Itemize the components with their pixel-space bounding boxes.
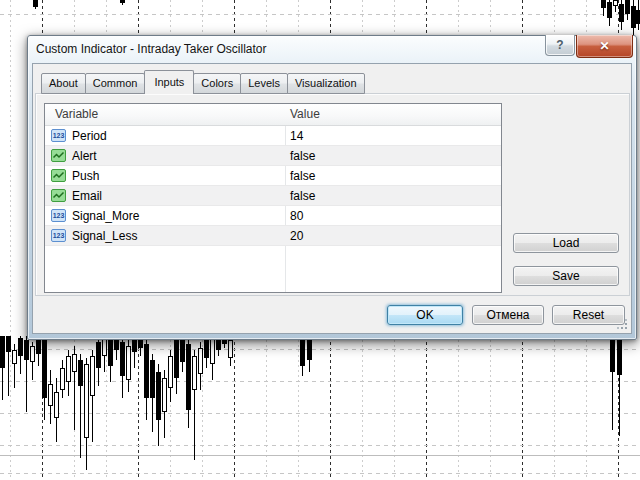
boolean-parameter-icon — [51, 169, 66, 182]
parameter-value[interactable]: 20 — [290, 226, 303, 246]
cancel-button[interactable]: Отмена — [472, 305, 544, 325]
reset-button[interactable]: Reset — [552, 305, 625, 325]
tab-levels[interactable]: Levels — [240, 73, 288, 94]
row-push[interactable]: Pushfalse — [45, 166, 501, 186]
parameter-name: Period — [72, 126, 107, 146]
help-button[interactable]: ? — [545, 35, 575, 56]
inputs-table: Variable Value 123Period14AlertfalsePush… — [44, 103, 502, 293]
tab-common[interactable]: Common — [85, 73, 146, 94]
row-email[interactable]: Emailfalse — [45, 186, 501, 206]
load-button[interactable]: Load — [513, 233, 619, 253]
boolean-parameter-icon — [51, 189, 66, 202]
gridline-horizontal — [0, 381, 640, 382]
row-period[interactable]: 123Period14 — [45, 126, 501, 146]
close-icon[interactable]: ✕ — [576, 35, 633, 58]
parameter-name: Alert — [72, 146, 97, 166]
integer-parameter-icon: 123 — [51, 209, 66, 222]
dialog-client-area: AboutCommonInputsColorsLevelsVisualizati… — [32, 63, 632, 334]
resize-grip[interactable] — [625, 327, 627, 329]
mt4-chart-window: Custom Indicator - Intraday Taker Oscill… — [0, 0, 640, 480]
tab-colors[interactable]: Colors — [193, 73, 241, 94]
parameter-name: Signal_More — [72, 206, 139, 226]
gridline-vertical — [10, 0, 11, 480]
table-header: Variable Value — [45, 104, 501, 126]
gridline-horizontal — [0, 413, 640, 414]
row-signal_more[interactable]: 123Signal_More80 — [45, 206, 501, 226]
parameter-value[interactable]: false — [290, 146, 315, 166]
inputs-tab-page: Variable Value 123Period14AlertfalsePush… — [35, 93, 630, 296]
parameter-name: Signal_Less — [72, 226, 137, 246]
parameter-value[interactable]: 14 — [290, 126, 303, 146]
tab-about[interactable]: About — [41, 73, 86, 94]
save-button[interactable]: Save — [513, 266, 619, 286]
dialog-title: Custom Indicator - Intraday Taker Oscill… — [36, 36, 267, 62]
ok-button[interactable]: OK — [387, 305, 463, 325]
price-level-line — [0, 455, 640, 456]
parameter-value[interactable]: false — [290, 186, 315, 206]
column-header-variable: Variable — [55, 104, 98, 125]
parameter-value[interactable]: 80 — [290, 206, 303, 226]
boolean-parameter-icon — [51, 149, 66, 162]
tab-inputs[interactable]: Inputs — [144, 70, 194, 94]
row-alert[interactable]: Alertfalse — [45, 146, 501, 166]
tab-visualization[interactable]: Visualization — [287, 73, 365, 94]
gridline-horizontal — [0, 14, 640, 15]
integer-parameter-icon: 123 — [51, 129, 66, 142]
integer-parameter-icon: 123 — [51, 229, 66, 242]
tab-strip: AboutCommonInputsColorsLevelsVisualizati… — [41, 70, 365, 94]
parameter-value[interactable]: false — [290, 166, 315, 186]
custom-indicator-dialog: Custom Indicator - Intraday Taker Oscill… — [27, 35, 637, 340]
parameter-name: Push — [72, 166, 99, 186]
row-signal_less[interactable]: 123Signal_Less20 — [45, 226, 501, 246]
gridline-horizontal — [0, 473, 640, 474]
gridline-horizontal — [0, 445, 640, 446]
column-header-value: Value — [290, 104, 320, 125]
parameter-name: Email — [72, 186, 102, 206]
